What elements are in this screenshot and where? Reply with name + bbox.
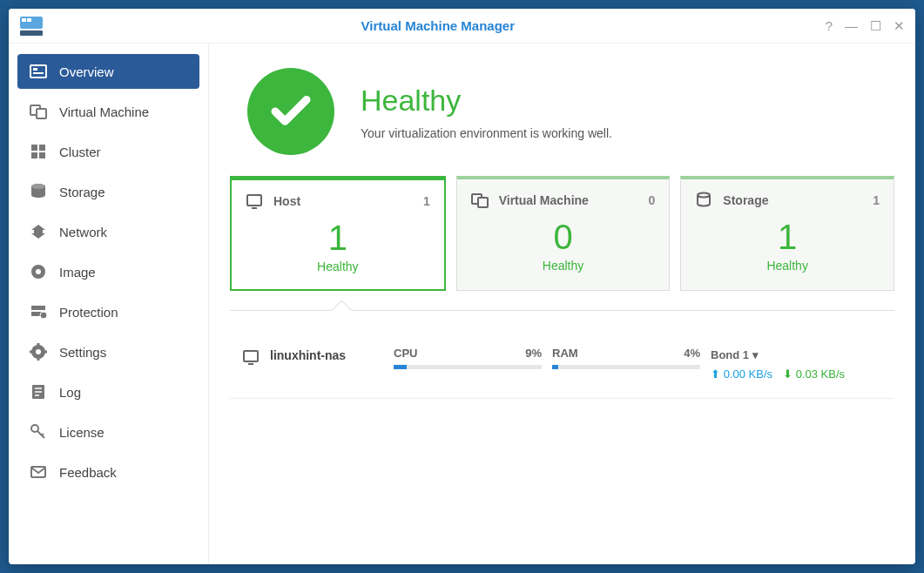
svg-rect-1	[20, 30, 43, 36]
svg-point-38	[698, 193, 710, 198]
card-storage[interactable]: Storage 1 1 Healthy	[680, 176, 894, 291]
summary-cards: Host 1 1 Healthy Virtual Machine 0 0 Hea…	[230, 176, 894, 291]
card-title: Storage	[723, 193, 768, 207]
sidebar-item-cluster[interactable]: Cluster	[17, 134, 199, 169]
svg-rect-10	[39, 145, 45, 151]
upload-stat: ⬆ 0.00 KB/s	[711, 367, 772, 381]
card-title: Host	[273, 194, 300, 208]
host-detail-row: linuxhint-nas CPU 9% RAM 4%	[230, 340, 894, 399]
svg-rect-4	[30, 65, 46, 78]
svg-point-16	[36, 269, 41, 274]
sidebar-item-virtual-machine[interactable]: Virtual Machine	[17, 94, 199, 129]
card-big-value: 1	[246, 219, 430, 258]
window-title: Virtual Machine Manager	[51, 18, 826, 33]
sidebar-item-license[interactable]: License	[17, 415, 199, 449]
sidebar-item-label: Log	[59, 385, 81, 400]
sidebar-item-label: License	[59, 425, 105, 440]
card-label: Healthy	[246, 260, 430, 273]
svg-rect-11	[31, 152, 37, 158]
sidebar-item-label: Virtual Machine	[59, 104, 149, 119]
card-label: Healthy	[471, 259, 656, 273]
sidebar-item-protection[interactable]: Protection	[17, 294, 199, 329]
app-icon	[19, 16, 44, 37]
card-title: Virtual Machine	[499, 193, 589, 207]
card-count: 1	[423, 194, 430, 208]
monitor-icon	[242, 348, 260, 366]
help-button[interactable]: ?	[826, 18, 833, 34]
gear-icon	[30, 343, 47, 361]
card-big-value: 1	[695, 218, 880, 257]
sidebar-item-label: Cluster	[59, 145, 101, 159]
window-controls: ? — ☐ ✕	[826, 18, 905, 34]
storage-icon	[695, 192, 712, 209]
card-count: 1	[873, 193, 880, 207]
download-stat: ⬇ 0.03 KB/s	[783, 367, 845, 381]
arrow-up-icon: ⬆	[711, 367, 720, 381]
sidebar-item-label: Network	[59, 225, 107, 239]
image-icon	[30, 263, 47, 280]
cpu-fill	[394, 365, 407, 369]
close-button[interactable]: ✕	[894, 18, 905, 34]
svg-rect-17	[31, 306, 45, 310]
arrow-down-icon: ⬇	[783, 367, 792, 381]
maximize-button[interactable]: ☐	[870, 18, 881, 34]
log-icon	[30, 383, 47, 401]
sidebar-item-overview[interactable]: Overview	[17, 54, 199, 89]
status-subtitle: Your virtualization environment is worki…	[361, 126, 612, 140]
main-content: Healthy Your virtualization environment …	[209, 44, 915, 564]
sidebar-item-label: Settings	[59, 345, 106, 360]
network-selector[interactable]: Bond 1 ▾	[711, 348, 759, 361]
svg-point-21	[36, 349, 41, 354]
card-virtual-machine[interactable]: Virtual Machine 0 0 Healthy	[456, 176, 671, 291]
overview-icon	[30, 63, 47, 80]
sidebar: Overview Virtual Machine Cluster Storage…	[9, 44, 209, 564]
window-body: Overview Virtual Machine Cluster Storage…	[9, 44, 915, 564]
host-name: linuxhint-nas	[270, 348, 383, 362]
protection-icon	[30, 303, 47, 320]
check-icon	[247, 68, 334, 155]
svg-rect-2	[22, 18, 26, 22]
sidebar-item-label: Image	[59, 265, 96, 280]
svg-rect-3	[27, 18, 31, 22]
sidebar-item-storage[interactable]: Storage	[17, 174, 199, 209]
storage-icon	[30, 183, 47, 200]
vm-icon	[30, 103, 47, 120]
sidebar-item-label: Storage	[59, 185, 105, 199]
health-status: Healthy Your virtualization environment …	[230, 59, 894, 176]
svg-line-32	[42, 434, 44, 435]
sidebar-item-network[interactable]: Network	[17, 214, 199, 249]
card-big-value: 0	[471, 218, 656, 257]
card-host[interactable]: Host 1 1 Healthy	[230, 176, 446, 291]
sidebar-item-image[interactable]: Image	[17, 254, 199, 289]
svg-rect-37	[478, 198, 488, 207]
cpu-value: 9%	[525, 347, 542, 360]
cluster-icon	[30, 143, 47, 160]
chevron-down-icon: ▾	[752, 348, 759, 361]
ram-value: 4%	[684, 347, 700, 360]
svg-rect-39	[244, 351, 258, 361]
svg-rect-12	[39, 152, 45, 158]
status-title: Healthy	[361, 84, 612, 118]
sidebar-item-settings[interactable]: Settings	[17, 334, 199, 369]
svg-rect-5	[33, 68, 37, 71]
card-count: 0	[649, 193, 656, 207]
svg-point-14	[31, 184, 45, 189]
cpu-label: CPU	[394, 347, 417, 360]
sidebar-item-feedback[interactable]: Feedback	[17, 455, 199, 489]
sidebar-item-label: Overview	[59, 64, 114, 79]
ram-meter: RAM 4%	[552, 347, 700, 369]
ram-fill	[552, 365, 558, 369]
network-name: Bond 1	[711, 348, 749, 361]
sidebar-item-label: Protection	[59, 305, 118, 320]
divider-arrow	[230, 310, 894, 331]
cpu-meter: CPU 9%	[394, 347, 542, 369]
svg-rect-8	[37, 109, 46, 118]
network-stats: Bond 1 ▾ ⬆ 0.00 KB/s ⬇ 0.03 KB/s	[711, 347, 859, 381]
svg-point-19	[40, 312, 47, 319]
key-icon	[30, 423, 47, 441]
sidebar-item-log[interactable]: Log	[17, 374, 199, 409]
svg-rect-34	[247, 195, 261, 206]
minimize-button[interactable]: —	[845, 18, 858, 34]
envelope-icon	[30, 463, 47, 481]
network-icon	[30, 223, 47, 240]
